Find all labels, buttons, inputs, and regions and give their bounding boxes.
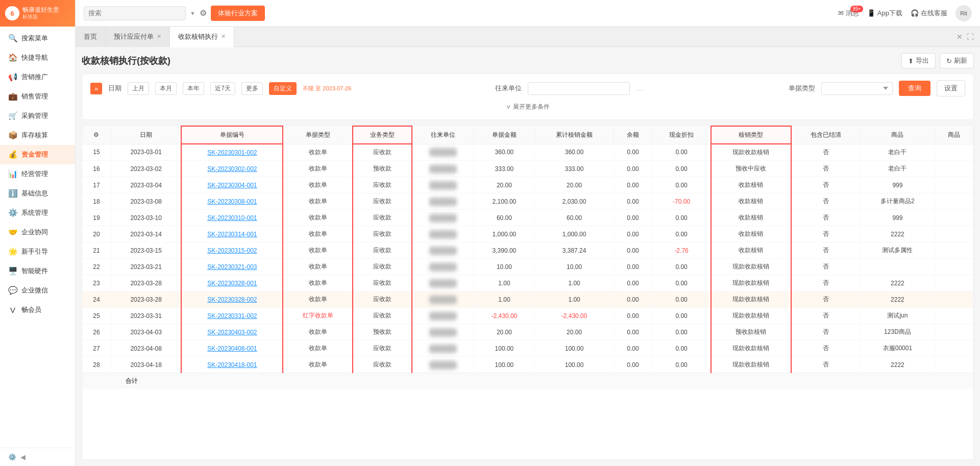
cell-voucher_no[interactable]: SK-20230314-001 xyxy=(181,226,283,242)
search-input[interactable] xyxy=(84,6,186,20)
table-container[interactable]: ⚙日期单据编号单据类型业务类型往来单位单据金额累计核销金额余额现金折扣核销类型包… xyxy=(82,126,973,459)
user-avatar[interactable]: Rit xyxy=(955,5,972,21)
cell-voucher_no[interactable]: SK-20230302-002 xyxy=(181,161,283,177)
last-month-btn[interactable]: 上月 xyxy=(128,82,149,95)
sidebar-item-sales[interactable]: 💼销售管理 xyxy=(0,87,75,106)
col-header-cash_discount[interactable]: 现金折扣 xyxy=(652,126,711,144)
col-header-biz_type[interactable]: 业务类型 xyxy=(353,126,412,144)
cell-writeoff_type: 现款收款核销 xyxy=(711,144,791,161)
table-row[interactable]: 202023-03-14SK-20230314-001收款单应收款██████1… xyxy=(82,226,973,242)
collapse-icon[interactable]: ◀ xyxy=(20,453,26,461)
cell-voucher_no[interactable]: SK-20230304-001 xyxy=(181,177,283,193)
close-all-tabs-btn[interactable]: ✕ xyxy=(957,33,963,41)
col-header-product[interactable]: 商品 xyxy=(860,126,935,144)
cell-voucher_no[interactable]: SK-20230321-003 xyxy=(181,259,283,275)
partner-input[interactable] xyxy=(528,82,630,95)
table-row[interactable]: 242023-03-28SK-20230328-002收款单应收款██████1… xyxy=(82,291,973,308)
more-date-btn[interactable]: 更多 xyxy=(241,82,263,95)
sidebar-item-system[interactable]: ⚙️系统管理 xyxy=(0,203,75,223)
setting-button[interactable]: 设置 xyxy=(937,80,965,96)
sidebar-item-inventory[interactable]: 📦库存核算 xyxy=(0,126,75,145)
sidebar-item-quick[interactable]: 🏠快捷导航 xyxy=(0,48,75,67)
tab-close-collection[interactable]: ✕ xyxy=(221,33,226,40)
cell-writeoff_type: 现款收款核销 xyxy=(711,308,791,324)
cell-product: 2222 xyxy=(860,275,935,291)
tab-close-payable[interactable]: ✕ xyxy=(157,33,161,40)
col-header-writeoff_type[interactable]: 核销类型 xyxy=(711,126,791,144)
sidebar-item-guide[interactable]: 🌟新手引导 xyxy=(0,242,75,261)
table-row[interactable]: 272023-04-08SK-20230408-001收款单应收款██████1… xyxy=(82,340,973,357)
query-button[interactable]: 查询 xyxy=(899,81,930,96)
cell-product2 xyxy=(935,324,973,340)
tab-home[interactable]: 首页 xyxy=(76,27,106,47)
cell-voucher_no[interactable]: SK-20230315-002 xyxy=(181,242,283,259)
sidebar-item-corp[interactable]: 🤝企业协同 xyxy=(0,223,75,242)
tabbar-actions: ✕⛶ xyxy=(957,33,980,41)
col-header-product2[interactable]: 商品 xyxy=(935,126,973,144)
voucher-type-select[interactable] xyxy=(821,82,893,95)
table-row[interactable]: 162023-03-02SK-20230302-002收款单预收款██████3… xyxy=(82,161,973,177)
table-row[interactable]: 192023-03-10SK-20230310-001收款单应收款██████6… xyxy=(82,210,973,226)
tab-payable[interactable]: 预计应应付单✕ xyxy=(106,27,170,47)
table-row[interactable]: 172023-03-04SK-20230304-001收款单应收款██████2… xyxy=(82,177,973,193)
hardware-icon: 🖥️ xyxy=(8,266,17,276)
expand-more-btn[interactable]: ∨ 展开更多条件 xyxy=(90,101,965,113)
sidebar-label-member: 畅会员 xyxy=(21,305,41,314)
cell-voucher_no[interactable]: SK-20230403-002 xyxy=(181,324,283,340)
cell-voucher_no[interactable]: SK-20230328-001 xyxy=(181,275,283,291)
settings-icon[interactable]: ⚙️ xyxy=(8,453,16,461)
sidebar-item-finance[interactable]: 💰资金管理 xyxy=(0,145,75,164)
custom-date-btn[interactable]: 自定义 xyxy=(269,82,297,95)
cell-voucher_no[interactable]: SK-20230310-001 xyxy=(181,210,283,226)
col-header-voucher_type[interactable]: 单据类型 xyxy=(283,126,353,144)
sidebar-item-search[interactable]: 🔍搜索菜单 xyxy=(0,29,75,48)
sidebar-item-member[interactable]: V畅会员 xyxy=(0,300,75,320)
cell-voucher_no[interactable]: SK-20230328-002 xyxy=(181,291,283,308)
col-header-balance[interactable]: 余额 xyxy=(614,126,652,144)
sidebar-item-hardware[interactable]: 🖥️智能硬件 xyxy=(0,261,75,281)
table-row[interactable]: 152023-03-01SK-20230301-002收款单应收款██████3… xyxy=(82,144,973,161)
cell-amount: 10.00 xyxy=(474,259,534,275)
cell-writeoff_type: 现款收款核销 xyxy=(711,291,791,308)
app-download-button[interactable]: 📱 App下载 xyxy=(867,9,902,18)
tab-collection[interactable]: 收款核销执行✕ xyxy=(170,27,234,47)
fullscreen-btn[interactable]: ⛶ xyxy=(967,33,974,41)
table-row[interactable]: 222023-03-21SK-20230321-003收款单应收款██████1… xyxy=(82,259,973,275)
cell-voucher_no[interactable]: SK-20230308-001 xyxy=(181,193,283,210)
cell-voucher_no[interactable]: SK-20230408-001 xyxy=(181,340,283,357)
cell-voucher_no[interactable]: SK-20230331-002 xyxy=(181,308,283,324)
col-header-voucher_no[interactable]: 单据编号 xyxy=(181,126,283,144)
message-button[interactable]: ✉ 消息 99+ xyxy=(838,9,859,18)
sidebar-bottom[interactable]: ⚙️ ◀ xyxy=(0,448,75,466)
table-row[interactable]: 262023-04-03SK-20230403-002收款单预收款██████2… xyxy=(82,324,973,340)
col-header-date[interactable]: 日期 xyxy=(111,126,181,144)
col-header-include_settled[interactable]: 包含已结清 xyxy=(791,126,861,144)
sidebar-item-basic[interactable]: ℹ️基础信息 xyxy=(0,184,75,203)
solution-button[interactable]: 体验行业方案 xyxy=(211,6,265,21)
online-service-button[interactable]: 🎧 在线客服 xyxy=(911,9,947,18)
cell-voucher_no[interactable]: SK-20230301-002 xyxy=(181,144,283,161)
page-content: 收款核销执行(按收款) ⬆ 导出 ↻ 刷新 » 日期 上月 本月 本年 近7天 xyxy=(76,47,980,466)
sidebar-item-wechat[interactable]: 💬企业微信 xyxy=(0,281,75,300)
table-row[interactable]: 252023-03-31SK-20230331-002红字收款单应收款█████… xyxy=(82,308,973,324)
gear-icon[interactable]: ⚙ xyxy=(200,8,207,18)
table-row[interactable]: 182023-03-08SK-20230308-001收款单应收款██████2… xyxy=(82,193,973,210)
table-row[interactable]: 282023-04-18SK-20230418-001收款单应收款██████1… xyxy=(82,357,973,373)
filter-toggle-btn[interactable]: » xyxy=(90,83,102,94)
cell-amount: 333.00 xyxy=(474,161,534,177)
col-header-write_off[interactable]: 累计核销金额 xyxy=(535,126,614,144)
export-button[interactable]: ⬆ 导出 xyxy=(901,53,936,68)
sidebar-item-marketing[interactable]: 📢营销推广 xyxy=(0,67,75,87)
table-row[interactable]: 212023-03-15SK-20230315-002收款单应收款██████3… xyxy=(82,242,973,259)
sidebar-item-operations[interactable]: 📊经营管理 xyxy=(0,164,75,184)
table-row[interactable]: 232023-03-28SK-20230328-001收款单应收款██████1… xyxy=(82,275,973,291)
cell-voucher_no[interactable]: SK-20230418-001 xyxy=(181,357,283,373)
sidebar-item-purchase[interactable]: 🛒采购管理 xyxy=(0,106,75,126)
col-header-settings[interactable]: ⚙ xyxy=(82,126,111,144)
this-month-btn[interactable]: 本月 xyxy=(155,82,177,95)
col-header-amount[interactable]: 单据金额 xyxy=(474,126,534,144)
refresh-button[interactable]: ↻ 刷新 xyxy=(940,53,974,68)
this-year-btn[interactable]: 本年 xyxy=(183,82,204,95)
recent-7days-btn[interactable]: 近7天 xyxy=(210,82,235,95)
col-header-partner[interactable]: 往来单位 xyxy=(412,126,474,144)
